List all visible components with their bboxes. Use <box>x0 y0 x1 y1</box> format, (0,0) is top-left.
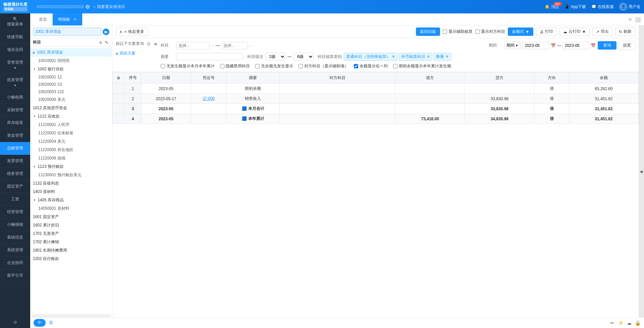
app-download-btn[interactable]: 📱 App下载 <box>565 4 586 10</box>
sidebar-item-invoice[interactable]: 发票管理 <box>0 155 30 168</box>
tree-item-1002[interactable]: ▼ 1002 银行存款 <box>30 65 112 73</box>
sidebar-item-tax[interactable]: 税务管理 <box>0 168 30 180</box>
show-contra-checkbox[interactable] <box>475 29 480 34</box>
tree-item-11220006[interactable]: 11220006 游戏 <box>30 154 112 162</box>
more-icon[interactable]: ··· <box>211 43 214 48</box>
tree-item-1132[interactable]: 1132 应收利息 <box>30 179 112 188</box>
option-checkbox-3[interactable] <box>299 64 303 68</box>
th-settings[interactable]: ⚙ <box>113 72 125 84</box>
expand-more-btn[interactable]: ∧ ∧ 收起更多 <box>116 27 148 36</box>
cloud-print-btn[interactable]: ☁ 云打印 ▼ <box>559 27 590 36</box>
option-check-5[interactable]: 期初余额显示本年累计发生额 <box>393 63 451 69</box>
amount-format-btn[interactable]: 金额式 ▼ <box>508 27 533 36</box>
tree-item-10020006[interactable]: 10020006 美元 <box>30 95 112 104</box>
sidebar-item-search[interactable]: 🔍 搜索菜单 <box>0 13 30 31</box>
tree-item-10020002[interactable]: 10020002 23 <box>30 81 112 88</box>
table-row[interactable]: 1 2023-05 期初余额 借 65,282.60 <box>113 84 639 94</box>
print-btn[interactable]: 🖨 打印 <box>536 27 557 36</box>
right-collapse-panel[interactable]: ◀ <box>639 25 644 317</box>
account-panel-scrollbar[interactable] <box>30 314 112 317</box>
table-row[interactable]: 4 2023-05 🟦本年累计 73,416.00 34,830.98 借 31… <box>113 114 639 124</box>
calendar-icon-1[interactable]: 📅 <box>551 43 556 48</box>
option-check-4[interactable]: 余额显示在一列 <box>354 63 388 69</box>
settings-icon[interactable]: ⚙ <box>85 4 90 10</box>
option-checkbox-5[interactable] <box>393 64 397 68</box>
lock-icon[interactable]: 🔒 <box>635 320 641 326</box>
tree-icon-btn-1[interactable]: ≡ <box>99 40 103 45</box>
tree-icon-btn-2[interactable]: ✎ <box>104 40 109 45</box>
tree-item-1702[interactable]: 1702 累计摊销 <box>30 238 112 246</box>
tree-item-1405[interactable]: ▼ 1405 库存商品 <box>30 196 112 204</box>
td-voucher-1[interactable]: 记-006 <box>191 94 226 104</box>
search-btn[interactable]: 查询 <box>598 41 616 50</box>
tree-item-1012[interactable]: 1012 其他货币资金 <box>30 104 112 112</box>
account-select[interactable]: 1001 库存现金 <box>33 27 101 36</box>
sidebar-item-collab[interactable]: 企业协同 <box>0 257 30 269</box>
option-check-0[interactable]: 无发生额显示本月本年累计 <box>161 63 215 69</box>
export-btn[interactable]: ↗ 导出 <box>592 27 612 36</box>
option-check-3[interactable]: 对方科目（显示辅助项） <box>299 63 348 69</box>
period-mode[interactable]: 期间▼ <box>504 42 521 49</box>
header-search-box[interactable] <box>37 5 84 8</box>
sidebar-item-retail[interactable]: 零售管理 ▼ <box>0 56 30 74</box>
tree-item-10020001[interactable]: 10020001 12 <box>30 73 112 81</box>
sidebar-item-inventory[interactable]: 库存核算 <box>0 117 30 129</box>
option-checkbox-4[interactable] <box>354 64 358 68</box>
return-old-version-btn[interactable]: 返回旧版 <box>416 27 440 36</box>
sidebar-item-ledger[interactable]: 总账管理 <box>0 142 30 155</box>
sidebar-item-wholesale[interactable]: 批发管理 ▼ <box>0 74 30 91</box>
voucher-link[interactable]: 记-006 <box>203 96 215 101</box>
chinese-lang-btn[interactable]: 中 <box>34 319 46 327</box>
sidebar-item-ecommerce[interactable]: 小畅电商 <box>0 91 30 104</box>
tag-close-2[interactable]: ✕ <box>445 54 449 59</box>
notification-btn[interactable]: 🔔 消息 99+ <box>545 4 559 10</box>
level-to-select[interactable]: 6级5级4级 <box>293 53 314 61</box>
user-avatar[interactable]: 👤 用户名 <box>619 3 641 11</box>
tree-item-11220001[interactable]: 11220001 人民币 <box>30 121 112 129</box>
calendar-icon-2[interactable]: 📅 <box>591 43 596 48</box>
sidebar-bottom-settings[interactable]: ⚙ <box>0 317 30 328</box>
demo-link[interactable]: ○ 我要看实例演示 <box>93 4 125 10</box>
level-from-select[interactable]: 1级2级3级 <box>265 53 285 61</box>
tree-item-1122[interactable]: ▼ 1122 应收款 <box>30 112 112 121</box>
show-contra-check[interactable]: 显示对方科目 <box>475 29 505 35</box>
tree-item-10020003[interactable]: 10020003 122 <box>30 88 112 95</box>
sidebar-item-business[interactable]: 经营管理 <box>0 206 30 218</box>
period-start-input[interactable] <box>523 42 549 49</box>
tab-close-icon[interactable]: ✕ <box>73 17 77 22</box>
tree-item-1123[interactable]: ▼ 1123 预付账款 <box>30 162 112 171</box>
tree-item-1601[interactable]: 1601 固定资产 <box>30 213 112 221</box>
sidebar-item-funds[interactable]: 资金管理 <box>0 129 30 142</box>
subject-input[interactable] <box>176 42 210 49</box>
tree-item-11220005[interactable]: 11220005 所在地区 <box>30 146 112 154</box>
query-scheme-btn[interactable]: ● 系统方案 <box>116 51 136 56</box>
option-check-1[interactable]: 隐藏禁用科目 <box>220 63 250 69</box>
tree-item-11220004[interactable]: 11220004 美元 <box>30 137 112 146</box>
online-service-btn[interactable]: 💬 在线客服 <box>591 4 614 10</box>
sidebar-item-newuser[interactable]: 新手引导 <box>0 269 30 282</box>
show-aux-checkbox[interactable] <box>443 29 447 34</box>
sidebar-item-payroll[interactable]: 工资 <box>0 193 30 206</box>
tab-home[interactable]: 首页 <box>34 13 53 25</box>
option-checkbox-2[interactable] <box>255 64 260 68</box>
query-settings-btn[interactable]: ⚙ <box>147 41 151 47</box>
tree-item-11220002[interactable]: 11220002 往来标签 <box>30 129 112 137</box>
period-end-input[interactable] <box>562 42 589 49</box>
edit-icon[interactable]: ✏ <box>610 320 614 326</box>
sidebar-item-contract[interactable]: 项目合同 <box>0 44 30 56</box>
option-check-2[interactable]: 无余额无发生显示 <box>255 63 293 69</box>
tree-item-1801[interactable]: 1801 长期待摊费用 <box>30 246 112 255</box>
sidebar-item-expense[interactable]: 小畅报销 <box>0 218 30 231</box>
tag-close-1[interactable]: ✕ <box>427 54 430 59</box>
horizontal-scrollbar[interactable] <box>32 315 111 317</box>
account-nav-button[interactable]: ▶ <box>103 28 109 35</box>
tree-item-1602[interactable]: 1602 累计折旧 <box>30 221 112 229</box>
sidebar-item-fixedassets[interactable]: 固定资产 <box>0 180 30 193</box>
show-aux-check[interactable]: 显示辅助核算 <box>443 29 473 35</box>
tree-item-1403[interactable]: 1403 原材料 <box>30 188 112 196</box>
tree-item-1701[interactable]: 1701 无形资产 <box>30 229 112 238</box>
lightning-icon[interactable]: ⚡ <box>618 320 624 326</box>
option-checkbox-0[interactable] <box>161 64 165 68</box>
sidebar-item-quicknav[interactable]: 快捷导航 <box>0 31 30 44</box>
panel-close-button[interactable]: ✕ <box>628 17 632 22</box>
